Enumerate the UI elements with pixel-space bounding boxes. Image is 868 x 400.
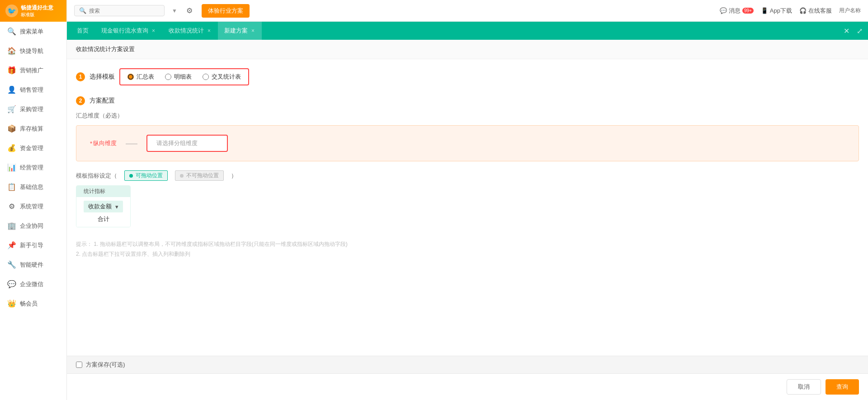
settings-icon[interactable]: ⚙: [184, 5, 194, 17]
sidebar-item-corp-wechat[interactable]: 💬 企业微信: [0, 274, 66, 294]
bottom-bar: 取消 查询: [67, 373, 868, 400]
step1-section: 1 选择模板 汇总表 明细表: [76, 68, 859, 85]
breadcrumb-text: 收款情况统计方案设置: [76, 46, 135, 52]
search-icon: 🔍: [79, 7, 86, 14]
tab-home[interactable]: 首页: [71, 22, 95, 40]
indicator-group: 统计指标 收款金额 ▾ 合计: [76, 185, 131, 227]
dot-draggable: [129, 174, 133, 178]
badge-draggable: 可拖动位置: [124, 170, 168, 181]
tip-2: 2. 点击标题栏下拉可设置排序、插入列和删除列: [76, 249, 859, 259]
header: 🔍 ▼ ⚙ 体验行业方案 💬 消息 99+ 📱 App下载 🎧 在线客服 用户名…: [67, 0, 868, 22]
page-footer: 方案保存(可选): [67, 356, 868, 373]
app-download-button[interactable]: 📱 App下载: [761, 7, 792, 15]
indicator-row-item: 合计: [84, 215, 123, 223]
box-icon: 📦: [7, 124, 16, 133]
tips-section: 提示： 1. 拖动标题栏可以调整布局，不可跨维度或指标区域拖动栏目字段(只能在同…: [76, 240, 859, 259]
gear-icon: ⚙: [7, 202, 16, 211]
sidebar-item-inventory[interactable]: 📦 库存核算: [0, 119, 66, 138]
sidebar-item-sales[interactable]: 👤 销售管理: [0, 80, 66, 99]
radio-summary-input[interactable]: [127, 74, 134, 80]
tab-payment-stats-close[interactable]: ×: [207, 27, 212, 35]
radio-cross-input[interactable]: [203, 74, 209, 80]
wrench-icon: 🔧: [7, 260, 16, 269]
pin-icon: 📌: [7, 241, 16, 249]
app-icon: 📱: [761, 7, 768, 14]
radio-detail-label: 明细表: [174, 73, 192, 81]
sidebar-item-member[interactable]: 👑 畅会员: [0, 294, 66, 313]
step1-number: 1: [76, 72, 85, 81]
sidebar-item-quick-nav[interactable]: 🏠 快捷导航: [0, 41, 66, 61]
sidebar-item-purchase[interactable]: 🛒 采购管理: [0, 99, 66, 119]
sidebar-item-operation[interactable]: 📊 经营管理: [0, 158, 66, 177]
online-service-button[interactable]: 🎧 在线客服: [799, 7, 832, 15]
indicator-col-item[interactable]: 收款金额 ▾: [84, 201, 123, 212]
app-label: App下载: [770, 7, 792, 15]
vertical-dimension-row: 纵向维度 —— 请选择分组维度: [90, 135, 845, 152]
tab-new-plan-label: 新建方案: [224, 27, 248, 35]
person-icon: 👤: [7, 85, 16, 94]
indicator-col-dropdown-icon: ▾: [115, 203, 118, 210]
radio-summary-label: 汇总表: [137, 73, 154, 81]
sidebar-item-corp-collab[interactable]: 🏢 企业协同: [0, 216, 66, 235]
cancel-button[interactable]: 取消: [787, 379, 821, 395]
sidebar-item-label: 资金管理: [20, 144, 43, 152]
sidebar-item-label: 企业微信: [20, 280, 43, 288]
dimension-area: 纵向维度 —— 请选择分组维度: [76, 125, 859, 161]
dot-fixed: [180, 174, 184, 178]
page-body: 1 选择模板 汇总表 明细表: [67, 59, 868, 356]
tab-bank-flow[interactable]: 现金银行流水查询 ×: [95, 22, 162, 40]
radio-cross[interactable]: 交叉统计表: [203, 73, 241, 81]
sidebar-item-newbie[interactable]: 📌 新手引导: [0, 235, 66, 255]
list-icon: 📋: [7, 183, 16, 191]
dimension-select[interactable]: 请选择分组维度: [146, 135, 228, 152]
search-input[interactable]: [89, 8, 152, 14]
badge-fixed-label: 不可拖动位置: [186, 172, 219, 179]
indicator-label-suffix: ）: [231, 172, 237, 180]
tab-bank-flow-close[interactable]: ×: [151, 27, 156, 35]
sidebar-item-label: 智能硬件: [20, 261, 43, 269]
step2-number: 2: [76, 96, 85, 105]
query-button[interactable]: 查询: [826, 379, 859, 395]
sidebar-item-basic-info[interactable]: 📋 基础信息: [0, 177, 66, 197]
gift-icon: 🎁: [7, 66, 16, 75]
tab-close-all-icon[interactable]: ✕: [842, 25, 851, 37]
message-button[interactable]: 💬 消息 99+: [720, 7, 754, 15]
sidebar-logo: 🐦 畅捷通好生意 标准版: [0, 0, 66, 22]
sidebar-item-marketing[interactable]: 🎁 营销推广: [0, 61, 66, 80]
header-search-box[interactable]: 🔍: [74, 5, 165, 16]
sidebar-item-system[interactable]: ⚙ 系统管理: [0, 197, 66, 216]
tab-expand-icon[interactable]: ⤢: [855, 25, 864, 37]
breadcrumb: 收款情况统计方案设置: [67, 40, 868, 59]
sidebar-item-label: 经营管理: [20, 164, 43, 172]
trial-industry-button[interactable]: 体验行业方案: [202, 4, 250, 18]
indicator-row-label: 合计: [98, 216, 109, 222]
badge-draggable-label: 可拖动位置: [136, 172, 163, 179]
sidebar-item-finance[interactable]: 💰 资金管理: [0, 138, 66, 158]
sidebar-item-label: 系统管理: [20, 202, 43, 211]
chat-icon: 💬: [7, 280, 16, 288]
sidebar-item-label: 搜索菜单: [20, 28, 43, 36]
tab-payment-stats-label: 收款情况统计: [169, 27, 204, 35]
sidebar-item-smart-hw[interactable]: 🔧 智能硬件: [0, 255, 66, 274]
step2-title: 方案配置: [90, 97, 115, 105]
tab-new-plan[interactable]: 新建方案 ×: [218, 22, 262, 40]
tab-new-plan-close[interactable]: ×: [250, 27, 255, 35]
radio-detail-input[interactable]: [165, 74, 171, 80]
tab-home-label: 首页: [77, 27, 89, 35]
username-display: 用户名称: [839, 7, 861, 14]
service-label: 在线客服: [808, 7, 832, 15]
tab-payment-stats[interactable]: 收款情况统计 ×: [162, 22, 218, 40]
edition-badge: 标准版: [21, 12, 53, 18]
tip-1: 提示： 1. 拖动标题栏可以调整布局，不可跨维度或指标区域拖动栏目字段(只能在同…: [76, 240, 859, 249]
message-badge: 99+: [742, 8, 754, 14]
sidebar-item-search-menu[interactable]: 🔍 搜索菜单: [0, 22, 66, 41]
indicator-header: 模板指标设定（ 可拖动位置 不可拖动位置 ）: [76, 170, 859, 181]
cart-icon: 🛒: [7, 105, 16, 113]
logo-icon: 🐦: [5, 5, 18, 17]
step2-section: 2 方案配置 汇总维度（必选） 纵向维度 —— 请选择分组维度: [76, 96, 859, 259]
radio-summary[interactable]: 汇总表: [127, 73, 154, 81]
page-container: 收款情况统计方案设置 1 选择模板 汇总表: [67, 40, 868, 373]
save-plan-checkbox[interactable]: [76, 362, 82, 368]
radio-detail[interactable]: 明细表: [165, 73, 192, 81]
dropdown-chevron-icon[interactable]: ▼: [172, 8, 177, 14]
